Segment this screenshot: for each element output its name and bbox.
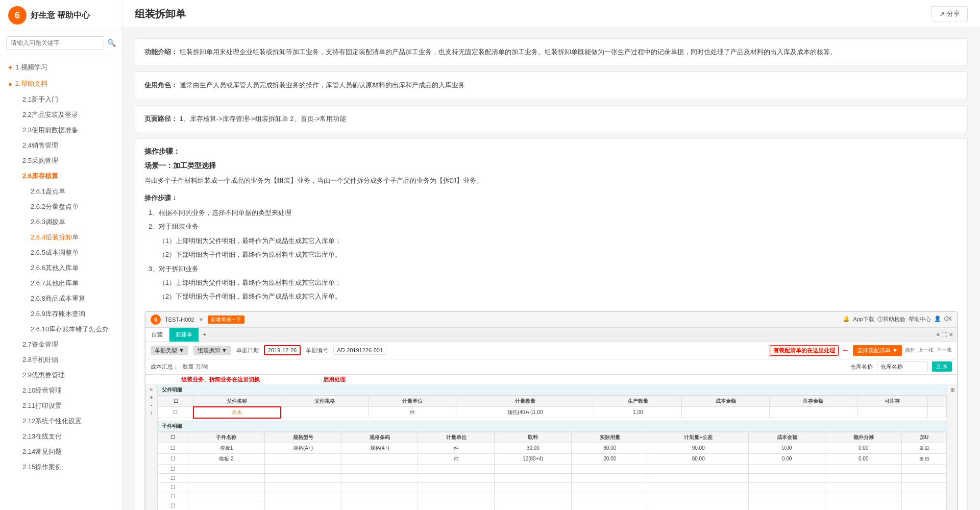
search-button[interactable]: 🔍 (107, 39, 116, 47)
share-button[interactable]: ↗ 分享 (932, 6, 968, 21)
num-field[interactable]: AD-20191226-001 (333, 346, 386, 355)
main-content: 组装拆卸单 ↗ 分享 功能介绍： 组装拆卸单用来处理企业组装或拆卸等加工业务，支… (122, 0, 980, 510)
scenario-desc: 当由多个子件材料组装成一个成品的业务为【组装】业务，当由一个父件拆分成多个子产品… (144, 175, 958, 186)
form-action-1[interactable]: 操作 (905, 347, 915, 354)
new-doc-btn[interactable]: 新建单据一下 (208, 315, 244, 324)
sub-form-row: 成本汇总： 数量 万/吨 仓库名称 仓库名称 立 实 (145, 359, 957, 375)
sidebar-item-payment[interactable]: 2.13在线支付 (14, 429, 122, 444)
sidebar-item-mobile[interactable]: 2.8手机旺铺 (14, 352, 122, 368)
cell-check[interactable]: ☐ (158, 407, 193, 418)
icon-2[interactable]: + (150, 395, 153, 400)
sidebar-item-cost-adjust[interactable]: 2.6.5成本调整单 (22, 245, 122, 260)
b-col-add: 加U (902, 432, 947, 443)
sidebar-item-print[interactable]: 2.11打印设置 (14, 398, 122, 414)
sidebar-item-other-in[interactable]: 2.6.6其他入库单 (22, 260, 122, 276)
sidebar-toggle[interactable]: ≡ (937, 332, 940, 337)
screenshot-container: 6 TEST-H002 ▼ 新建单据一下 🔔 App下载 ①帮助检验 帮助中心 … (144, 311, 958, 510)
top-bar: 组装拆卸单 ↗ 分享 (122, 0, 980, 28)
logo-area: 6 好生意 帮助中心 (0, 0, 122, 31)
tab-actions: ≡ ⛶ ✕ (933, 330, 957, 339)
sidebar-item-coupon[interactable]: 2.9优惠券管理 (14, 368, 122, 383)
sidebar-item-faq[interactable]: 2.14常见问题 (14, 444, 122, 459)
search-input[interactable] (6, 36, 104, 50)
language-icon: CK (944, 315, 952, 323)
b-col-pickup: 取料 (495, 432, 572, 443)
icon-1[interactable]: ≡ (150, 387, 153, 393)
nav-list: + 1.视频学习 ● 2.帮助文档 2.1新手入门 2.2产品安装及登录 2.3… (0, 55, 122, 510)
app-store-icon: App下载 (853, 315, 874, 323)
right-icon-1[interactable]: ⊞ (950, 387, 954, 393)
share-icon: ↗ (939, 10, 945, 18)
func-intro-box: 功能介绍： 组装拆卸单用来处理企业组装或拆卸等加工业务，支持有固定装配清单的产品… (135, 38, 968, 65)
b-row-4: ☐ (158, 473, 947, 482)
col-prod-qty: 生产数量 (594, 396, 682, 407)
tab-home[interactable]: 自营 (145, 328, 169, 342)
b-col-spec-model: 规格型号 (264, 432, 341, 443)
cell-prod-qty: 1.00 (594, 407, 682, 418)
cell-cost (682, 407, 770, 418)
col-qty: 计量数量 (456, 396, 594, 407)
role-box: 使用角色： 通常由生产人员或库管人员完成拆装业务的操作，库管人员确认原材料的出库… (135, 71, 968, 99)
sidebar-item-stocktake[interactable]: 2.6.1盘点单 (22, 184, 122, 199)
col-actions (927, 396, 946, 407)
sidebar-item-finance[interactable]: 2.7资金管理 (14, 337, 122, 352)
type-field[interactable]: 组装拆卸 ▼ (193, 346, 231, 355)
sidebar-item-cases[interactable]: 2.15操作案例 (14, 459, 122, 475)
col-avail: 可库存 (857, 396, 927, 407)
plus-icon: + (8, 63, 12, 71)
search-area: 🔍 (0, 31, 122, 55)
num-label: 单据编号 (306, 347, 328, 354)
fullscreen-btn[interactable]: ⛶ (942, 332, 947, 337)
b-row-6: ☐ (158, 492, 947, 501)
sidebar-item-newbie[interactable]: 2.1新手入门 (14, 92, 122, 107)
minus-icon: ● (8, 80, 12, 88)
help-center-icon: 帮助中心 (909, 315, 931, 323)
sub-nav-inventory: 2.6.1盘点单 2.6.2分量盘点单 2.6.3调拨单 2.6.4组装拆卸单 … (14, 184, 122, 337)
icon-3[interactable]: - (151, 402, 152, 408)
sidebar-item-docs[interactable]: ● 2.帮助文档 (0, 76, 122, 92)
close-window-btn[interactable]: ✕ (949, 332, 953, 337)
sidebar-item-other-out[interactable]: 2.6.7其他出库单 (22, 276, 122, 291)
col-unit: 计量单位 (369, 396, 456, 407)
sidebar-item-operations[interactable]: 2.10经营管理 (14, 383, 122, 398)
sidebar-item-stock-ledger[interactable]: 2.6.9库存账本查询 (22, 306, 122, 322)
logo-icon: 6 (8, 6, 27, 25)
content-body: 功能介绍： 组装拆卸单用来处理企业组装或拆卸等加工业务，支持有固定装配清单的产品… (122, 28, 980, 510)
count-label: 成本汇总： (151, 363, 179, 371)
sidebar-item-data-prep[interactable]: 2.3使用前数据准备 (14, 123, 122, 138)
date-field[interactable]: 2019-12-26 (264, 345, 301, 355)
status-badge: 单据类型 ▼ (151, 346, 188, 355)
annotation-arrow-1: ← (842, 346, 850, 355)
form-action-3[interactable]: 下一张 (937, 347, 952, 354)
sidebar-item-transfer[interactable]: 2.6.3调拨单 (22, 214, 122, 230)
tab-add[interactable]: + (199, 330, 210, 339)
sidebar-item-customize[interactable]: 2.12系统个性化设置 (14, 414, 122, 429)
b-col-cost: 成本金额 (749, 432, 825, 443)
main-area: ≡ + - ↕ 父件明细 ☐ (145, 385, 957, 510)
form-action-2[interactable]: 上一张 (918, 347, 934, 354)
cell-stock (770, 407, 857, 418)
step-3-sub-1: （1）上部明细为父件明细，最终作为原材料生成其它出库单； (159, 277, 958, 288)
b-row-5: ☐ (158, 482, 947, 492)
sidebar-item-cost-recalc[interactable]: 2.6.8商品成本重算 (22, 291, 122, 306)
warehouse-field[interactable]: 仓库名称 (877, 361, 928, 372)
sidebar-item-inventory[interactable]: 2.6库存核算 (14, 168, 122, 184)
func-intro-label: 功能介绍： (144, 48, 178, 56)
sidebar-item-purchase[interactable]: 2.5采购管理 (14, 153, 122, 168)
step-2-sub: （1）上部明细为父件明细，最终作为产成品生成其它入库单； （2）下部明细为子件明… (159, 235, 958, 261)
date-label: 单据日期 (236, 347, 259, 354)
annotation-row: 组装业务、拆卸业务在这里切换 启用处理 (145, 375, 957, 385)
sidebar-item-assembly[interactable]: 2.6.4组装拆卸单 (22, 230, 122, 245)
select-bom-btn[interactable]: 选择装配清单 ▼ (853, 345, 902, 356)
top-table: ☐ 父件名称 父件规格 计量单位 计量数量 生产数量 成本金额 库存金额 可库存 (158, 396, 947, 419)
tab-new[interactable]: 新建单 (169, 328, 199, 342)
confirm-btn[interactable]: 立 实 (932, 361, 952, 372)
sidebar-item-partial-stocktake[interactable]: 2.6.2分量盘点单 (22, 199, 122, 214)
sidebar-item-video[interactable]: + 1.视频学习 (0, 59, 122, 76)
cell-name[interactable]: 关木 (193, 407, 281, 418)
icon-4[interactable]: ↕ (150, 410, 153, 416)
sidebar-item-install[interactable]: 2.2产品安装及登录 (14, 107, 122, 123)
sidebar-item-stock-ledger-fix[interactable]: 2.6.10库存账本错了怎么办 (22, 322, 122, 337)
tabs-row: 自营 新建单 + ≡ ⛶ ✕ (145, 328, 957, 342)
sidebar-item-sales[interactable]: 2.4销售管理 (14, 138, 122, 153)
